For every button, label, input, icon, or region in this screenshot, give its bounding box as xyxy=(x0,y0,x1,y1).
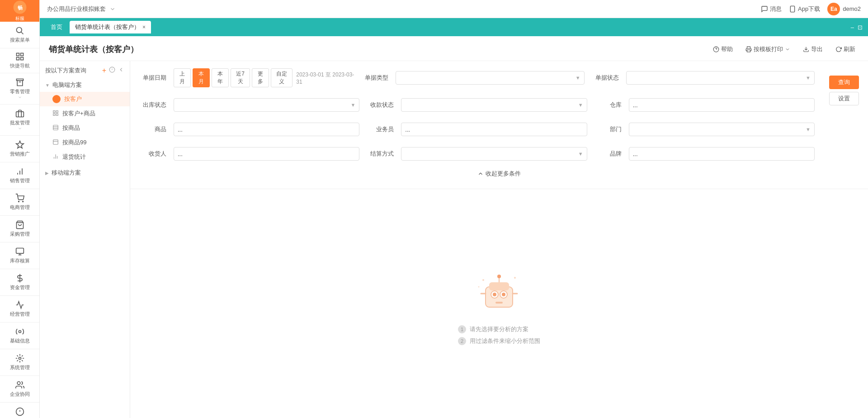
scheme-item-by-product-99[interactable]: 按商品99 xyxy=(40,135,130,150)
sidebar-item-purchase[interactable]: 采购管理 xyxy=(0,216,39,242)
sidebar-item-sales[interactable]: 销售管理 xyxy=(0,162,39,189)
sidebar-item-basic[interactable]: 基础信息 xyxy=(0,323,39,349)
svg-point-2 xyxy=(16,28,22,33)
brand-select[interactable]: ... xyxy=(629,147,815,161)
scheme-group-mobile-header[interactable]: ▶ 移动端方案 xyxy=(40,166,130,180)
collapse-icon xyxy=(477,171,484,177)
scheme-item-by-customer-product[interactable]: 按客户+商品 xyxy=(40,106,130,121)
payment-method-arrow: ▼ xyxy=(578,151,583,157)
sidebar-item-system[interactable]: 系统管理 xyxy=(0,349,39,376)
query-btn[interactable]: 查询 xyxy=(829,76,859,89)
svg-rect-7 xyxy=(20,57,23,60)
app-download-btn[interactable]: App下载 xyxy=(789,5,820,13)
pay-status-select[interactable]: ▼ xyxy=(401,98,587,112)
main-area: 办公用品行业模拟账套 消息 App下载 Ea demo2 首页 xyxy=(40,0,868,418)
status-select[interactable]: ▼ xyxy=(626,71,815,85)
svg-rect-52 xyxy=(489,282,509,290)
left-panel-title: 按以下方案查询 xyxy=(45,66,86,75)
scheme-item-return-stats[interactable]: 退货统计 xyxy=(40,150,130,164)
department-arrow: ▼ xyxy=(806,127,811,132)
status-label: 单据状态 xyxy=(592,74,619,82)
scheme-item-by-product[interactable]: 按商品 xyxy=(40,121,130,135)
tab-close-btn[interactable]: × xyxy=(142,24,146,30)
phone-icon xyxy=(789,5,796,13)
scheme-item-by-customer[interactable]: 客 按客户 xyxy=(40,92,130,106)
top-right-actions: 消息 App下载 Ea demo2 xyxy=(761,3,861,15)
page-header: 销货单统计表（按客户） 帮助 按模板打印 导出 刷新 xyxy=(40,36,868,61)
message-label: 消息 xyxy=(770,5,782,13)
filter-area: 单据日期 上月 本月 本年 近7天 更多 自定义 xyxy=(130,61,868,189)
sidebar-quick-nav[interactable]: 快捷导航 xyxy=(0,48,39,73)
empty-illustration xyxy=(472,262,526,316)
date-btn-last-month[interactable]: 上月 xyxy=(174,68,191,87)
sidebar-search-menu[interactable]: 搜索菜单 xyxy=(0,22,39,48)
svg-marker-8 xyxy=(16,141,24,148)
export-btn[interactable]: 导出 xyxy=(799,43,826,55)
collapse-panel-btn[interactable] xyxy=(118,66,124,75)
user-name: demo2 xyxy=(843,5,861,12)
tab-sales-report[interactable]: 销货单统计表（按客户） × xyxy=(70,21,151,33)
add-scheme-btn[interactable]: + xyxy=(102,66,106,75)
svg-point-19 xyxy=(19,331,21,333)
type-select[interactable]: ▼ xyxy=(396,71,584,85)
sidebar-item-finance[interactable]: 资金管理 xyxy=(0,269,39,296)
refresh-label: 刷新 xyxy=(844,45,855,53)
tab-maximize-icon[interactable]: ⊡ xyxy=(858,24,863,31)
svg-rect-34 xyxy=(747,50,750,52)
warehouse-select[interactable]: ... xyxy=(629,98,815,112)
export-icon xyxy=(803,46,809,52)
tip-num-1: 1 xyxy=(458,325,466,333)
sidebar-item-ecommerce[interactable]: 电商管理 xyxy=(0,189,39,216)
sidebar-item-guide[interactable]: 新手引导 xyxy=(0,403,39,418)
tab-home-label: 首页 xyxy=(51,23,62,31)
refresh-btn[interactable]: 刷新 xyxy=(832,43,859,55)
avatar: Ea xyxy=(827,3,840,15)
status-select-arrow: ▼ xyxy=(806,75,811,81)
sidebar-item-inventory[interactable]: 库存核算 xyxy=(0,242,39,269)
group-arrow-icon: ▼ xyxy=(45,83,50,88)
sidebar-item-wholesale[interactable]: 批发管理 xyxy=(0,104,39,136)
quick-nav-label: 快捷导航 xyxy=(10,62,30,69)
settings-btn[interactable]: 设置 xyxy=(829,92,859,105)
svg-rect-30 xyxy=(790,6,794,12)
product-select[interactable]: ... xyxy=(174,123,359,136)
salesperson-select[interactable]: ... xyxy=(401,123,587,136)
sidebar-item-marketing[interactable]: 营销推广 xyxy=(0,136,39,162)
out-status-label: 出库状态 xyxy=(139,101,166,109)
print-btn[interactable]: 按模板打印 xyxy=(742,43,794,55)
date-btn-this-month[interactable]: 本月 xyxy=(193,68,210,87)
pay-status-label: 收款状态 xyxy=(367,101,394,109)
payment-method-select[interactable]: ▼ xyxy=(401,147,587,161)
message-btn[interactable]: 消息 xyxy=(761,5,782,13)
date-btn-this-year[interactable]: 本年 xyxy=(212,68,229,87)
svg-point-64 xyxy=(478,286,480,288)
query-buttons: 查询 设置 xyxy=(829,68,859,105)
sidebar-item-enterprise[interactable]: 企业协同 xyxy=(0,376,39,403)
collapse-more-btn[interactable]: 收起更多条件 xyxy=(139,166,859,181)
date-btn-more[interactable]: 更多 xyxy=(252,68,269,87)
tab-minimize-icon[interactable]: – xyxy=(851,24,854,31)
date-btn-custom[interactable]: 自定义 xyxy=(271,68,292,87)
tab-home[interactable]: 首页 xyxy=(45,21,68,33)
sidebar-logo[interactable]: 畅 标服 xyxy=(0,0,40,22)
receiver-select[interactable]: ... xyxy=(174,147,359,161)
sidebar-item-retail[interactable]: 零售管理 xyxy=(0,73,39,104)
help-btn[interactable]: 帮助 xyxy=(709,43,736,55)
user-menu[interactable]: Ea demo2 xyxy=(827,3,861,15)
sidebar-item-operations[interactable]: 经营管理 xyxy=(0,296,39,323)
tab-bar: 首页 销货单统计表（按客户） × – ⊡ xyxy=(40,18,868,36)
type-label: 单据类型 xyxy=(361,74,388,82)
svg-rect-5 xyxy=(20,53,23,56)
refresh-icon xyxy=(835,46,842,52)
edit-scheme-btn[interactable] xyxy=(109,66,115,75)
department-select[interactable]: ▼ xyxy=(629,123,815,136)
out-status-select[interactable]: ▼ xyxy=(174,98,359,112)
print-icon xyxy=(745,46,752,52)
date-btn-7days[interactable]: 近7天 xyxy=(231,68,250,87)
warehouse-label: 仓库 xyxy=(594,101,622,109)
pay-status-arrow: ▼ xyxy=(578,102,583,108)
svg-point-56 xyxy=(502,293,505,296)
svg-point-21 xyxy=(17,382,20,385)
filter-row-product: 商品 ... 业务员 ... 部门 xyxy=(139,123,815,136)
scheme-group-desktop-header[interactable]: ▼ 电脑端方案 xyxy=(40,78,130,92)
